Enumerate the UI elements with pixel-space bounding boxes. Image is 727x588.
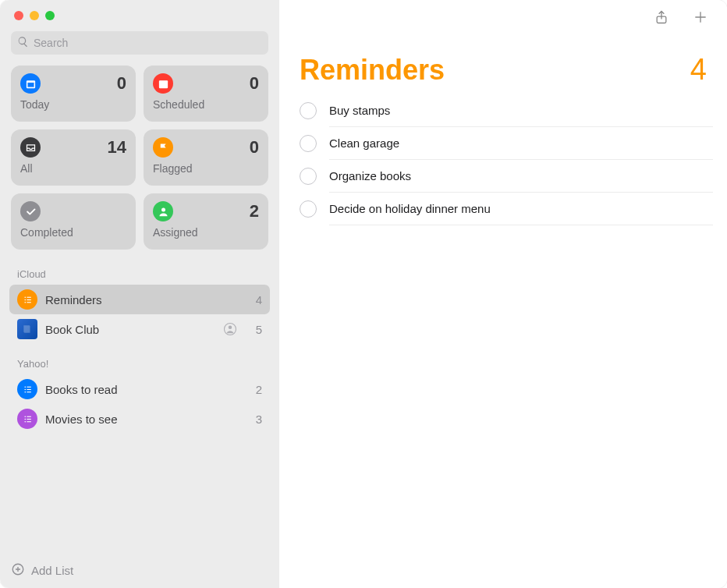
- smart-card-count: 14: [108, 137, 126, 158]
- svg-rect-16: [27, 388, 30, 389]
- svg-rect-18: [27, 391, 30, 392]
- svg-point-5: [24, 296, 26, 298]
- smart-lists-grid: 0 Today 0 Scheduled: [11, 66, 268, 250]
- svg-point-21: [24, 418, 26, 420]
- reminder-title: Buy stamps: [329, 104, 390, 117]
- reminder-text-wrap[interactable]: Clean garage: [329, 127, 713, 160]
- share-button[interactable]: [652, 9, 671, 28]
- smart-card-count: 0: [117, 73, 126, 94]
- reminders-list: Buy stamps Clean garage Organize books D…: [279, 94, 727, 225]
- list-count: 3: [248, 413, 262, 426]
- plus-circle-icon: [11, 562, 25, 579]
- list-bullet-icon: [17, 289, 37, 310]
- smart-card-flagged[interactable]: 0 Flagged: [144, 129, 268, 186]
- window-minimize-button[interactable]: [30, 11, 39, 20]
- svg-rect-14: [27, 386, 30, 387]
- smart-card-label: Flagged: [153, 162, 259, 175]
- smart-card-count: 0: [250, 73, 259, 94]
- checkmark-icon: [20, 201, 41, 221]
- reminder-row[interactable]: Buy stamps: [300, 94, 713, 127]
- svg-point-13: [24, 386, 26, 388]
- list-total-count: 4: [690, 53, 707, 87]
- reminder-text-wrap[interactable]: Decide on holiday dinner menu: [329, 193, 713, 225]
- list-name: Book Club: [45, 323, 215, 336]
- reminder-title: Clean garage: [329, 136, 399, 150]
- reminder-row[interactable]: Organize books: [300, 160, 713, 193]
- list-row-reminders[interactable]: Reminders 4: [9, 285, 270, 314]
- svg-point-7: [24, 299, 26, 300]
- reminder-row[interactable]: Decide on holiday dinner menu: [300, 193, 713, 225]
- shared-icon: [223, 322, 237, 336]
- section-header-yahoo: Yahoo!: [11, 353, 268, 374]
- calendar-icon: [153, 73, 173, 94]
- list-row-movies-to-see[interactable]: Movies to see 3: [9, 404, 270, 434]
- smart-card-count: 2: [250, 201, 259, 221]
- svg-rect-6: [27, 296, 30, 297]
- list-count: 5: [248, 323, 262, 336]
- list-name: Books to read: [45, 383, 240, 396]
- svg-point-12: [229, 326, 232, 330]
- reminder-title: Decide on holiday dinner menu: [329, 202, 491, 215]
- smart-card-completed[interactable]: Completed: [11, 193, 136, 250]
- list-title: Reminders: [300, 54, 445, 87]
- inbox-icon: [20, 137, 41, 158]
- new-reminder-button[interactable]: [691, 9, 710, 28]
- list-row-books-to-read[interactable]: Books to read 2: [9, 374, 270, 404]
- toolbar: [279, 0, 727, 37]
- list-bullet-icon: [17, 409, 37, 429]
- list-name: Reminders: [45, 293, 240, 306]
- svg-rect-20: [27, 416, 30, 416]
- svg-rect-24: [27, 421, 30, 422]
- svg-point-15: [24, 388, 26, 390]
- reminder-title: Organize books: [329, 169, 411, 182]
- traffic-lights: [11, 9, 268, 31]
- sidebar: 0 Today 0 Scheduled: [0, 0, 279, 588]
- list-row-book-club[interactable]: Book Club 5: [9, 314, 270, 344]
- plus-icon: [693, 9, 708, 28]
- smart-card-label: Today: [20, 98, 126, 111]
- list-count: 4: [248, 293, 262, 306]
- smart-card-all[interactable]: 14 All: [11, 129, 136, 186]
- smart-card-today[interactable]: 0 Today: [11, 66, 136, 122]
- main-content: Reminders 4 Buy stamps Clean garage Orga…: [279, 0, 727, 588]
- completion-toggle[interactable]: [300, 135, 317, 152]
- svg-rect-3: [158, 80, 167, 83]
- list-count: 2: [248, 383, 262, 396]
- search-icon: [17, 36, 34, 51]
- smart-card-scheduled[interactable]: 0 Scheduled: [144, 66, 268, 122]
- svg-point-4: [161, 207, 165, 211]
- svg-rect-8: [27, 299, 30, 299]
- smart-card-label: Completed: [20, 226, 126, 239]
- person-icon: [153, 201, 173, 221]
- svg-point-19: [24, 416, 26, 417]
- reminder-text-wrap[interactable]: Organize books: [329, 160, 713, 193]
- svg-point-17: [24, 391, 26, 392]
- app-window: 0 Today 0 Scheduled: [0, 0, 727, 588]
- completion-toggle[interactable]: [300, 200, 317, 218]
- flag-icon: [153, 137, 173, 158]
- svg-point-9: [24, 301, 26, 303]
- window-zoom-button[interactable]: [45, 11, 55, 20]
- main-header: Reminders 4: [279, 37, 727, 94]
- svg-rect-1: [27, 82, 34, 87]
- completion-toggle[interactable]: [300, 168, 317, 185]
- add-list-label: Add List: [31, 564, 73, 577]
- smart-card-label: All: [20, 162, 126, 175]
- calendar-today-icon: [20, 73, 41, 94]
- svg-rect-10: [27, 302, 30, 303]
- svg-rect-22: [27, 418, 30, 419]
- svg-point-23: [24, 420, 26, 422]
- search-field[interactable]: [11, 31, 268, 55]
- share-icon: [654, 9, 669, 28]
- section-header-icloud: iCloud: [11, 264, 268, 285]
- completion-toggle[interactable]: [300, 102, 317, 119]
- reminder-text-wrap[interactable]: Buy stamps: [329, 94, 713, 127]
- list-bullet-icon: [17, 379, 37, 399]
- reminder-row[interactable]: Clean garage: [300, 127, 713, 160]
- smart-card-assigned[interactable]: 2 Assigned: [144, 193, 268, 250]
- smart-card-count: 0: [250, 137, 259, 158]
- window-close-button[interactable]: [14, 11, 23, 20]
- add-list-button[interactable]: Add List: [11, 555, 268, 588]
- search-input[interactable]: [34, 37, 262, 49]
- book-icon: [17, 319, 37, 339]
